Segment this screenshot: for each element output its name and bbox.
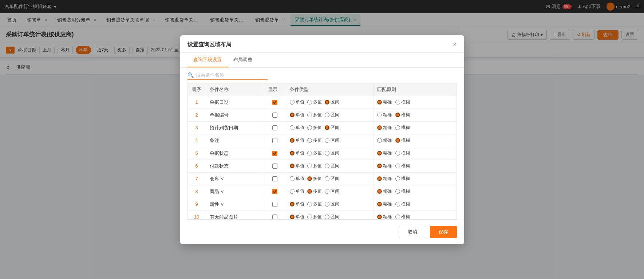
dialog-tab-query-label: 查询字段设置 bbox=[193, 57, 222, 62]
modal-overlay: 设置查询区域布局 × 查询字段设置 布局调整 🔍 顺序 条件名称 显示 bbox=[0, 0, 644, 78]
dialog-header: 设置查询区域布局 × bbox=[180, 35, 464, 53]
search-input[interactable] bbox=[196, 72, 261, 78]
search-icon: 🔍 bbox=[187, 72, 194, 78]
search-wrap: 🔍 bbox=[187, 72, 268, 78]
dialog: 设置查询区域布局 × 查询字段设置 布局调整 🔍 顺序 条件名称 显示 bbox=[180, 35, 464, 78]
dialog-tab-query[interactable]: 查询字段设置 bbox=[187, 53, 228, 67]
dialog-search: 🔍 bbox=[180, 68, 464, 78]
dialog-title: 设置查询区域布局 bbox=[187, 41, 231, 48]
dialog-close-button[interactable]: × bbox=[453, 41, 457, 48]
dialog-tabs: 查询字段设置 布局调整 bbox=[180, 53, 464, 68]
dialog-tab-layout[interactable]: 布局调整 bbox=[228, 53, 258, 67]
dialog-tab-layout-label: 布局调整 bbox=[233, 57, 252, 62]
